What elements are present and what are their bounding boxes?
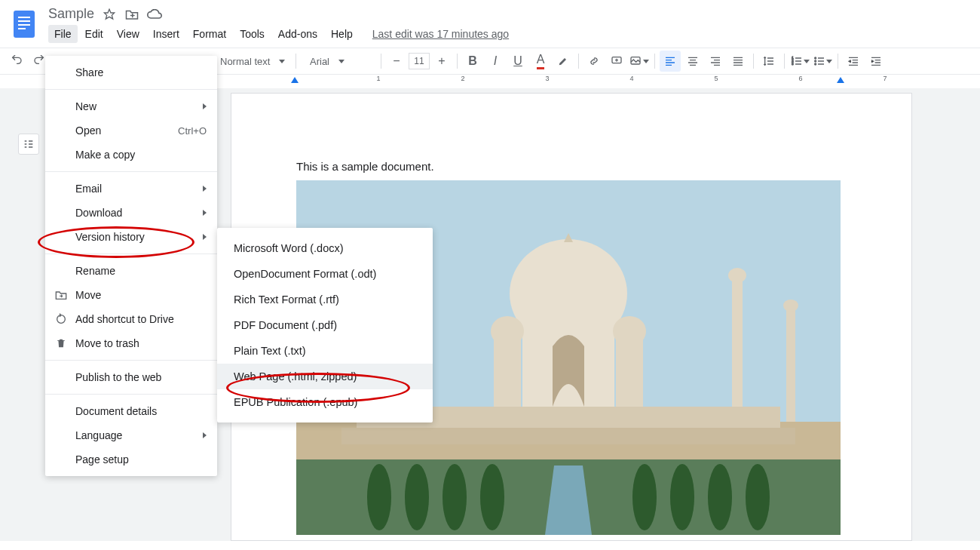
font-size-input[interactable] <box>409 53 430 69</box>
svg-point-38 <box>632 464 657 530</box>
ruler-right-indent-marker[interactable] <box>837 77 844 83</box>
menu-addons[interactable]: Add-ons <box>272 25 323 43</box>
decrease-indent-button[interactable] <box>843 51 864 72</box>
file-menu-item-new[interactable]: New <box>45 94 217 118</box>
file-menu-item-page-setup[interactable]: Page setup <box>45 447 217 472</box>
file-menu-item-add-shortcut-to-drive[interactable]: Add shortcut to Drive <box>45 307 217 331</box>
svg-point-41 <box>746 464 770 530</box>
menu-item-label: Document details <box>75 405 157 417</box>
menu-separator <box>45 394 217 395</box>
file-menu-item-move-to-trash[interactable]: Move to trash <box>45 331 217 355</box>
doc-title[interactable]: Sample <box>48 6 94 22</box>
file-menu-item-document-details[interactable]: Document details <box>45 399 217 423</box>
svg-rect-2 <box>18 20 30 22</box>
submenu-arrow-icon <box>203 210 207 216</box>
download-option-pdf[interactable]: PDF Document (.pdf) <box>217 312 433 338</box>
menu-item-label: Add shortcut to Drive <box>75 313 174 325</box>
italic-button[interactable]: I <box>485 51 506 72</box>
shortcut-icon <box>54 312 68 326</box>
menu-item-label: New <box>75 100 96 112</box>
align-justify-button[interactable] <box>727 51 749 72</box>
highlight-button[interactable] <box>553 51 574 72</box>
last-edit-link[interactable]: Last edit was 17 minutes ago <box>372 25 509 43</box>
file-menu-item-rename[interactable]: Rename <box>45 259 217 283</box>
line-spacing-button[interactable] <box>758 51 779 72</box>
svg-point-35 <box>405 464 429 530</box>
ruler-number: 3 <box>545 75 549 82</box>
docs-logo-icon[interactable] <box>9 9 39 39</box>
align-left-button[interactable] <box>660 51 681 72</box>
undo-button[interactable] <box>6 51 27 72</box>
download-option-microsoft[interactable]: Microsoft Word (.docx) <box>217 235 433 261</box>
align-right-button[interactable] <box>705 51 726 72</box>
insert-image-button[interactable] <box>629 51 650 72</box>
menu-separator <box>45 171 217 172</box>
svg-point-27 <box>728 268 746 283</box>
cloud-status-icon[interactable] <box>147 7 162 22</box>
download-option-web[interactable]: Web Page (.html, zipped) <box>217 364 433 389</box>
chevron-down-icon <box>279 60 285 63</box>
download-option-plain[interactable]: Plain Text (.txt) <box>217 338 433 364</box>
chevron-down-icon <box>804 60 810 63</box>
file-menu-dropdown: ShareNewOpenCtrl+OMake a copyEmailDownlo… <box>45 56 217 476</box>
menu-bar: File Edit View Insert Format Tools Add-o… <box>48 25 509 43</box>
star-icon[interactable] <box>102 7 117 22</box>
download-option-opendocument[interactable]: OpenDocument Format (.odt) <box>217 261 433 287</box>
font-dropdown[interactable]: Arial <box>301 51 376 72</box>
increase-indent-button[interactable] <box>865 51 887 72</box>
menu-item-label: Make a copy <box>75 149 135 161</box>
outline-toggle-button[interactable] <box>18 134 39 155</box>
numbered-list-button[interactable]: 123 <box>789 51 810 72</box>
file-menu-item-make-a-copy[interactable]: Make a copy <box>45 143 217 167</box>
file-menu-item-share[interactable]: Share <box>45 60 217 84</box>
file-menu-item-email[interactable]: Email <box>45 177 217 201</box>
file-menu-item-language[interactable]: Language <box>45 423 217 447</box>
file-menu-item-move[interactable]: Move <box>45 283 217 307</box>
menu-help[interactable]: Help <box>325 25 359 43</box>
menu-item-label: Download <box>75 207 122 219</box>
svg-point-13 <box>814 63 816 65</box>
svg-text:3: 3 <box>792 62 794 66</box>
move-icon <box>54 288 68 302</box>
separator <box>457 54 458 69</box>
file-menu-item-download[interactable]: Download <box>45 201 217 225</box>
svg-point-37 <box>480 464 504 530</box>
bulleted-list-button[interactable] <box>812 51 833 72</box>
svg-rect-1 <box>18 17 30 18</box>
menu-edit[interactable]: Edit <box>79 25 109 43</box>
menu-view[interactable]: View <box>111 25 145 43</box>
chevron-down-icon <box>338 60 345 63</box>
text-color-button[interactable]: A <box>530 51 551 72</box>
svg-rect-23 <box>616 331 643 407</box>
separator <box>838 54 838 69</box>
document-body-text[interactable]: This is a sample document. <box>296 160 847 173</box>
title-block: Sample File Edit View Insert Format Tool… <box>48 6 509 43</box>
style-dropdown-label: Normal text <box>216 56 274 67</box>
menu-item-label: Share <box>75 66 103 78</box>
insert-comment-button[interactable] <box>606 51 627 72</box>
file-menu-item-open[interactable]: OpenCtrl+O <box>45 118 217 143</box>
underline-button[interactable]: U <box>507 51 528 72</box>
menu-format[interactable]: Format <box>187 25 232 43</box>
align-center-button[interactable] <box>682 51 703 72</box>
font-size-increase-button[interactable]: + <box>431 51 452 72</box>
menu-insert[interactable]: Insert <box>147 25 185 43</box>
ruler-left-indent-marker[interactable] <box>291 77 299 83</box>
download-option-rich[interactable]: Rich Text Format (.rtf) <box>217 287 433 312</box>
ruler[interactable]: 1 2 3 4 5 6 7 <box>231 75 980 88</box>
move-folder-icon[interactable] <box>124 7 139 22</box>
menu-item-label: Move to trash <box>75 337 139 349</box>
menu-tools[interactable]: Tools <box>234 25 271 43</box>
font-size-decrease-button[interactable]: − <box>386 51 407 72</box>
menu-file[interactable]: File <box>48 25 78 43</box>
file-menu-item-version-history[interactable]: Version history <box>45 225 217 249</box>
svg-rect-26 <box>732 278 743 422</box>
menu-item-label: Move <box>75 289 101 301</box>
file-menu-item-publish-to-the-web[interactable]: Publish to the web <box>45 365 217 389</box>
download-option-epub[interactable]: EPUB Publication (.epub) <box>217 389 433 415</box>
chevron-down-icon <box>643 60 649 63</box>
bold-button[interactable]: B <box>462 51 483 72</box>
style-dropdown[interactable]: Normal text <box>211 51 291 72</box>
ruler-number: 1 <box>376 75 380 82</box>
insert-link-button[interactable] <box>583 51 605 72</box>
